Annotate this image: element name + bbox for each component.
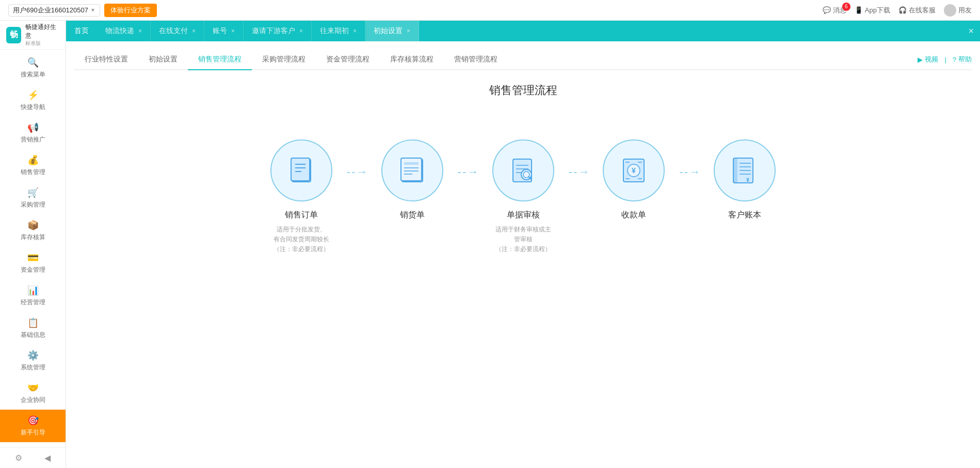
subtab-init-label: 初始设置 [149,55,178,63]
step-title-approval: 单据审核 [507,210,540,221]
collapse-icon[interactable]: ◀ [44,453,51,463]
svg-rect-33 [733,158,737,183]
logo-title: 畅捷通好生意 [25,23,59,40]
sidebar-item-marketing[interactable]: 📢 营销推广 [0,117,66,149]
logo-subtitle: 标准版 [25,40,59,47]
online-service-button[interactable]: 🎧 在线客服 [898,6,936,15]
subtab-industry-label: 行业特性设置 [85,55,128,63]
sidebar-item-search[interactable]: 🔍 搜索菜单 [0,52,66,84]
sidebar-item-guide[interactable]: 🎯 新手引导 [0,410,66,442]
subtab-purchase-flow[interactable]: 采购管理流程 [252,50,316,70]
sidebar-item-collab[interactable]: 🤝 企业协同 [0,377,66,410]
tab-account[interactable]: 账号 × [204,21,244,41]
sidebar-item-label: 营销推广 [21,135,45,144]
sidebar-item-label: 搜索菜单 [21,70,45,79]
tab-home-label: 首页 [74,26,89,36]
tab-init[interactable]: 初始设置 × [365,21,419,41]
sidebar-item-sales[interactable]: 💰 销售管理 [0,149,66,182]
arrow-icon: - - → [347,165,367,179]
close-all-button[interactable]: × [962,21,980,41]
app-label: App下载 [865,6,890,15]
sidebar-item-system[interactable]: ⚙️ 系统管理 [0,345,66,377]
top-bar-left: 用户690企业1660120507 ▼ 体验行业方案 [8,4,157,17]
tab-logistics[interactable]: 物流快递 × [97,21,151,41]
sidebar-item-label: 经营管理 [21,298,45,307]
sidebar-item-basic[interactable]: 📋 基础信息 [0,312,66,345]
sidebar-item-finance[interactable]: 💳 资金管理 [0,247,66,279]
logo-icon: 畅 [6,27,21,43]
flow-arrow-1: - - → [343,165,371,179]
sidebar-item-appcenter[interactable]: 📱 应用中心 [0,442,66,447]
svg-rect-13 [401,158,422,181]
tab-invite[interactable]: 邀请下游客户 × [244,21,312,41]
arrow-icon: - - → [569,165,589,179]
logo-text-block: 畅捷通好生意 标准版 [25,23,59,48]
tab-payment[interactable]: 在线支付 × [151,21,204,41]
tab-period-label: 往来期初 [320,26,349,36]
operations-icon: 📊 [27,285,39,296]
basic-icon: 📋 [27,317,39,329]
flow-step-approval: 单据审核 适用于财务审核或主管审核（注：非必要流程） [482,139,565,255]
invoice-icon [397,155,428,186]
sidebar-item-quick[interactable]: ⚡ 快捷导航 [0,84,66,117]
subtab-sales-flow-label: 销售管理流程 [198,55,242,63]
receipt-icon: ¥ [618,155,649,186]
sidebar-item-label: 快捷导航 [21,103,45,112]
marketing-icon: 📢 [27,122,39,133]
nav-tabs: 首页 物流快递 × 在线支付 × 账号 × 邀请下游客户 × 往来期初 × 初始… [66,21,980,41]
sidebar-item-operations[interactable]: 📊 经营管理 [0,279,66,312]
sidebar-item-label: 新手引导 [21,428,45,437]
subtab-sales-flow[interactable]: 销售管理流程 [188,50,252,70]
tab-close-icon[interactable]: × [138,27,142,35]
tab-close-icon[interactable]: × [192,27,196,35]
tab-payment-label: 在线支付 [159,26,188,36]
tab-close-icon[interactable]: × [299,27,303,35]
purchase-icon: 🛒 [27,187,39,198]
sidebar-nav: 🔍 搜索菜单 ⚡ 快捷导航 📢 营销推广 💰 销售管理 🛒 采购管理 📦 库存核… [0,50,66,447]
tab-close-icon[interactable]: × [353,27,357,35]
video-link[interactable]: ▶ 视频 [918,55,938,64]
user-selector[interactable]: 用户690企业1660120507 ▼ [8,4,100,17]
subtab-industry[interactable]: 行业特性设置 [74,50,138,70]
tab-close-icon[interactable]: × [407,27,410,35]
tab-close-icon[interactable]: × [231,27,235,35]
system-icon: ⚙️ [27,350,39,361]
search-icon: 🔍 [27,57,39,68]
sidebar-item-purchase[interactable]: 🛒 采购管理 [0,182,66,214]
subtab-marketing-flow[interactable]: 营销管理流程 [444,50,508,70]
app-download-button[interactable]: 📱 App下载 [855,6,890,15]
sidebar-item-label: 采购管理 [21,200,45,209]
flow-circle-approval [492,139,554,201]
sidebar-item-label: 企业协同 [21,396,45,404]
sidebar-item-inventory[interactable]: 📦 库存核算 [0,214,66,247]
tab-home[interactable]: 首页 [66,21,97,41]
help-icon: ? [953,56,956,64]
subtab-inventory-flow[interactable]: 库存核算流程 [380,50,444,70]
trial-button[interactable]: 体验行业方案 [104,4,157,17]
flow-container: 销售订单 适用于分批发货、有合同发货周期较长（注：非必要流程） - - → [74,129,972,265]
user-profile-button[interactable]: 用友 [944,4,972,17]
help-label: 帮助 [958,55,972,64]
message-button[interactable]: 💬 消息 6 [823,6,846,15]
tab-invite-label: 邀请下游客户 [252,26,295,36]
tab-init-label: 初始设置 [374,26,403,36]
video-icon: ▶ [918,56,923,64]
flow-step-sales-order: 销售订单 适用于分批发货、有合同发货周期较长（注：非必要流程） [260,139,343,255]
step-title-invoice: 销货单 [400,210,425,221]
flow-arrow-2: - - → [454,165,482,179]
tab-period[interactable]: 往来期初 × [312,21,365,41]
sidebar-item-label: 销售管理 [21,168,45,177]
subtab-finance-flow[interactable]: 资金管理流程 [316,50,380,70]
sales-order-icon [286,155,317,186]
subtab-init[interactable]: 初始设置 [138,50,188,70]
top-bar: 用户690企业1660120507 ▼ 体验行业方案 💬 消息 6 📱 App下… [0,0,980,21]
message-badge: 6 [842,3,850,11]
sales-icon: 💰 [27,154,39,166]
user-label: 用户690企业1660120507 [13,6,88,15]
sidebar: 畅 畅捷通好生意 标准版 🔍 搜索菜单 ⚡ 快捷导航 📢 营销推广 💰 销售管理… [0,0,66,468]
help-link[interactable]: ? 帮助 [953,55,972,64]
sidebar-item-label: 系统管理 [21,363,45,372]
subtab-purchase-flow-label: 采购管理流程 [262,55,306,63]
approval-icon [508,155,539,186]
settings-icon[interactable]: ⚙ [15,453,22,463]
